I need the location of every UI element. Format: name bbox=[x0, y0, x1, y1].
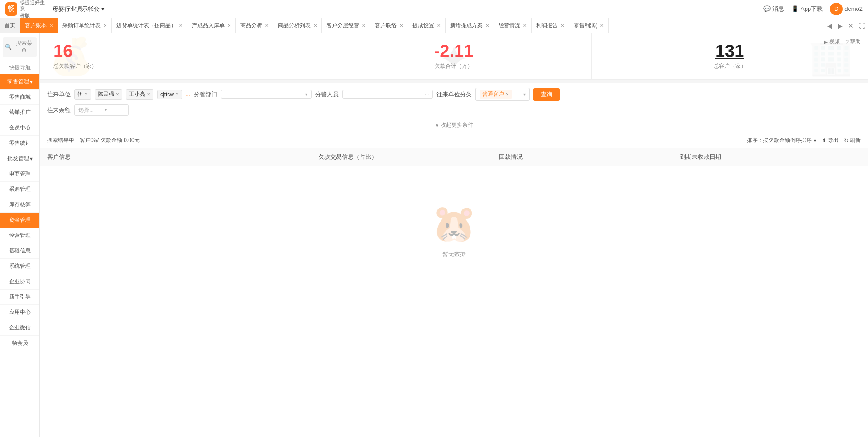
tab-bar: 首页 客户账本 ✕ 采购订单统计表 ✕ 进货单统计表（按商品） ✕ 产成品入库单… bbox=[0, 18, 868, 33]
sidebar-search-area: 🔍 搜索菜单 bbox=[0, 33, 39, 61]
search-menu-button[interactable]: 🔍 搜索菜单 bbox=[3, 37, 37, 57]
result-bar: 搜索结果中，客户0家 欠款金额 0.00元 排序：按欠款金额倒序排序 ▾ ⬆ 导… bbox=[40, 133, 868, 148]
sidebar-item-super-member[interactable]: 畅会员 bbox=[0, 336, 39, 351]
tab-product-stock[interactable]: 产成品入库单 ✕ bbox=[187, 18, 236, 33]
remove-tag-t4[interactable]: ✕ bbox=[175, 92, 179, 97]
sidebar-item-retail-stats[interactable]: 零售统计 bbox=[0, 136, 39, 151]
collapse-button[interactable]: ∧ 收起更多条件 bbox=[435, 121, 473, 129]
main-layout: 🔍 搜索菜单 快捷导航 零售管理 ▾ 零售商城 营销推广 会员中心 零售统计 批… bbox=[0, 33, 868, 437]
export-button[interactable]: ⬆ 导出 bbox=[822, 137, 839, 144]
result-summary: 搜索结果中，客户0家 欠款金额 0.00元 bbox=[47, 137, 140, 144]
close-icon[interactable]: ✕ bbox=[523, 23, 527, 28]
video-button[interactable]: ▶ 视频 bbox=[824, 38, 840, 46]
tab-next-button[interactable]: ▶ bbox=[835, 22, 845, 29]
sidebar-item-retail-mgmt[interactable]: 零售管理 ▾ bbox=[0, 74, 39, 90]
remove-tag-t3[interactable]: ✕ bbox=[147, 92, 150, 97]
sidebar-item-marketing[interactable]: 营销推广 bbox=[0, 105, 39, 120]
sidebar-item-purchase-mgmt[interactable]: 采购管理 bbox=[0, 182, 39, 197]
close-icon[interactable]: ✕ bbox=[485, 23, 489, 28]
tab-business-status[interactable]: 经营情况 ✕ bbox=[494, 18, 532, 33]
tab-prompt-settings[interactable]: 提成设置 ✕ bbox=[408, 18, 446, 33]
tab-fullscreen-button[interactable]: ⛶ bbox=[856, 22, 868, 29]
message-button[interactable]: 💬 消息 bbox=[763, 5, 784, 13]
sidebar-item-operation-mgmt[interactable]: 经营管理 bbox=[0, 228, 39, 243]
sidebar-item-enterprise-collab[interactable]: 企业协同 bbox=[0, 274, 39, 290]
collapse-icon: ∧ bbox=[435, 122, 439, 128]
tab-customer-account[interactable]: 客户账本 ✕ bbox=[20, 18, 58, 33]
category-select[interactable]: 普通客户 ✕ ▾ bbox=[475, 88, 530, 101]
sidebar-item-wholesale-mgmt[interactable]: 批发管理 ▾ bbox=[0, 151, 39, 166]
stat-label-total: 总客户（家） bbox=[714, 62, 746, 70]
sidebar-item-ecom-mgmt[interactable]: 电商管理 bbox=[0, 166, 39, 182]
refresh-icon: ↻ bbox=[844, 138, 849, 144]
tab-customer-layer[interactable]: 客户分层经营 ✕ bbox=[322, 18, 370, 33]
sidebar-item-basic-info[interactable]: 基础信息 bbox=[0, 243, 39, 259]
top-bar: 畅 畅捷通好生意 标版 母婴行业演示帐套 ▾ 💬 消息 📱 App下载 D de… bbox=[0, 0, 868, 18]
sidebar-item-enterprise-wechat[interactable]: 企业微信 bbox=[0, 320, 39, 336]
tab-home[interactable]: 首页 bbox=[0, 18, 20, 33]
balance-select[interactable]: 选择... ▾ bbox=[74, 104, 129, 116]
filter-tag-t2: 陈民强 ✕ bbox=[95, 89, 122, 100]
sidebar-item-member-center[interactable]: 会员中心 bbox=[0, 120, 39, 136]
empty-text: 暂无数据 bbox=[442, 250, 466, 258]
sidebar-item-app-center[interactable]: 应用中心 bbox=[0, 305, 39, 320]
filter-tag-t3: 王小亮 ✕ bbox=[126, 89, 153, 100]
close-icon[interactable]: ✕ bbox=[600, 23, 604, 28]
query-button[interactable]: 查询 bbox=[533, 88, 560, 101]
chevron-down-icon: ▾ bbox=[30, 79, 33, 85]
close-icon[interactable]: ✕ bbox=[265, 23, 269, 28]
person-select[interactable]: ··· bbox=[342, 90, 433, 99]
tab-retail-profit[interactable]: 零售利润( ✕ bbox=[569, 18, 609, 33]
chevron-down-icon: ▾ bbox=[105, 108, 107, 113]
close-icon[interactable]: ✕ bbox=[179, 23, 182, 28]
close-icon[interactable]: ✕ bbox=[362, 23, 365, 28]
sidebar-item-newbie-guide[interactable]: 新手引导 bbox=[0, 290, 39, 305]
tab-profit-report[interactable]: 利润报告 ✕ bbox=[532, 18, 569, 33]
refresh-button[interactable]: ↻ 刷新 bbox=[844, 137, 861, 144]
remove-tag-t1[interactable]: ✕ bbox=[84, 92, 88, 97]
close-icon[interactable]: ✕ bbox=[313, 23, 317, 28]
close-icon[interactable]: ✕ bbox=[399, 23, 403, 28]
stat-card-customers: 💰 16 总欠款客户（家） bbox=[40, 33, 316, 79]
sidebar-item-finance-mgmt[interactable]: 资金管理 bbox=[0, 213, 39, 228]
result-actions: 排序：按欠款金额倒序排序 ▾ ⬆ 导出 ↻ 刷新 bbox=[747, 137, 861, 144]
close-icon[interactable]: ✕ bbox=[49, 23, 53, 28]
export-icon: ⬆ bbox=[822, 138, 826, 144]
close-icon[interactable]: ✕ bbox=[437, 23, 441, 28]
close-icon[interactable]: ✕ bbox=[227, 23, 231, 28]
col-overdue-date: 到期未收款日期 bbox=[680, 153, 861, 161]
avatar: D bbox=[830, 3, 843, 15]
table-header: 客户信息 欠款交易信息（占比） 回款情况 到期未收款日期 bbox=[40, 148, 868, 166]
tab-purchase-stats[interactable]: 进货单统计表（按商品） ✕ bbox=[112, 18, 187, 33]
logo-area: 畅 畅捷通好生意 标版 bbox=[5, 0, 45, 19]
tab-new-prompt[interactable]: 新增提成方案 ✕ bbox=[446, 18, 494, 33]
tab-purchase-order[interactable]: 采购订单统计表 ✕ bbox=[58, 18, 112, 33]
collapse-row: ∧ 收起更多条件 bbox=[47, 119, 861, 131]
remove-category-tag[interactable]: ✕ bbox=[505, 92, 509, 97]
sidebar-quick-nav[interactable]: 快捷导航 bbox=[0, 61, 39, 74]
user-menu[interactable]: D demo2 bbox=[830, 3, 863, 15]
person-label: 分管人员 bbox=[315, 90, 339, 99]
top-bar-left: 畅 畅捷通好生意 标版 母婴行业演示帐套 ▾ bbox=[5, 0, 108, 19]
tab-prev-button[interactable]: ◀ bbox=[825, 22, 835, 29]
tab-goods-analysis-list[interactable]: 商品分析列表 ✕ bbox=[273, 18, 322, 33]
remove-tag-t2[interactable]: ✕ bbox=[115, 92, 119, 97]
sort-selector[interactable]: 排序：按欠款金额倒序排序 ▾ bbox=[747, 137, 816, 144]
sidebar-item-retail-mall[interactable]: 零售商城 bbox=[0, 90, 39, 105]
app-download-button[interactable]: 📱 App下载 bbox=[791, 5, 823, 13]
search-icon: 🔍 bbox=[5, 44, 12, 50]
store-selector[interactable]: 母婴行业演示帐套 ▾ bbox=[49, 5, 108, 13]
tab-close-all-button[interactable]: ✕ bbox=[845, 22, 856, 29]
empty-state: 🐹 暂无数据 bbox=[40, 166, 868, 294]
dept-select[interactable]: ▾ bbox=[221, 90, 312, 99]
stat-card-debt: ✦ -2.11 欠款合计（万） bbox=[316, 33, 592, 79]
tab-customer-link[interactable]: 客户联络 ✕ bbox=[370, 18, 408, 33]
sidebar-item-inventory-check[interactable]: 库存核算 bbox=[0, 197, 39, 213]
tab-goods-analysis[interactable]: 商品分析 ✕ bbox=[236, 18, 273, 33]
close-icon[interactable]: ✕ bbox=[103, 23, 107, 28]
help-button[interactable]: ? 帮助 bbox=[845, 38, 861, 46]
question-icon: ? bbox=[845, 39, 849, 45]
sidebar-item-system-mgmt[interactable]: 系统管理 bbox=[0, 259, 39, 274]
close-icon[interactable]: ✕ bbox=[561, 23, 564, 28]
more-tags-button[interactable]: ... bbox=[186, 91, 190, 98]
